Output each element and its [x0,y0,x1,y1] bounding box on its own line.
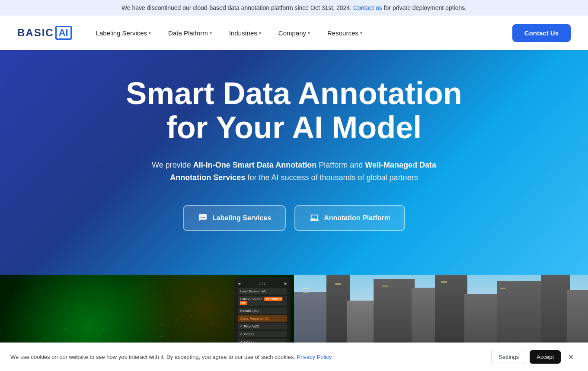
annotation-panel: ◀ 1 / 1 ▶ Load Source: Wi... Editing Sou… [234,278,291,350]
cookie-settings-button[interactable]: Settings [491,350,526,361]
logo[interactable]: BASIC AI [17,26,72,40]
labeling-services-button[interactable]: Labeling Services [183,205,286,231]
cookie-banner: We use cookies on our website to see how… [0,342,588,361]
nav-links: Labeling Services ▾ Data Platform ▾ Indu… [89,26,512,40]
svg-point-6 [82,336,83,337]
svg-point-5 [73,324,74,325]
announcement-text-before: We have discontinued our cloud-based dat… [121,4,352,11]
svg-point-13 [147,339,147,340]
logo-ai-box: AI [55,26,72,40]
chevron-down-icon: ▾ [210,31,212,35]
svg-point-22 [211,324,212,325]
panel-class-required: Class Required (1) [238,315,287,322]
panel-results: Results (50) [238,308,287,314]
announcement-bar: We have discontinued our cloud-based dat… [0,0,588,16]
nav-labeling-services[interactable]: Labeling Services ▾ [89,26,158,40]
hero-subtitle: We provide All-in-One Smart Data Annotat… [147,159,441,184]
nav-industries[interactable]: Industries ▾ [222,26,268,40]
panel-load-source: Load Source: Wi... [238,288,287,295]
privacy-policy-link[interactable]: Privacy Policy [297,354,332,360]
hero-title: Smart Data Annotation for Your AI Model [126,76,462,145]
svg-rect-23 [303,288,309,289]
svg-point-2 [44,338,45,339]
chevron-down-icon: ▾ [149,31,151,35]
chevron-down-icon: ▾ [360,31,362,35]
svg-rect-24 [303,292,309,293]
panel-car: ✓ Car(1) [238,331,287,337]
hero-section: Smart Data Annotation for Your AI Model … [0,50,588,275]
cookie-accept-button[interactable]: Accept [530,350,561,361]
panel-nav: ◀ 1 / 1 ▶ [238,282,287,285]
svg-rect-26 [382,285,388,287]
logo-text-basic: BASIC [17,27,54,39]
nav-data-platform[interactable]: Data Platform ▾ [161,26,219,40]
labeling-services-icon [198,213,208,223]
announcement-text-after: for private deployment options. [384,4,467,11]
svg-point-7 [88,339,89,340]
navbar: BASIC AI Labeling Services ▾ Data Platfo… [0,16,588,50]
nav-company[interactable]: Company ▾ [272,26,317,40]
logo-text-ai: AI [59,27,68,38]
svg-point-4 [64,329,65,330]
hero-buttons: Labeling Services Annotation Platform [183,205,405,231]
svg-rect-28 [500,288,506,289]
annotation-platform-icon [309,213,320,223]
annotation-platform-button[interactable]: Annotation Platform [294,205,405,231]
svg-point-8 [102,329,104,330]
svg-point-14 [161,336,163,337]
cookie-buttons: Settings Accept ✕ [491,350,578,361]
nav-resources[interactable]: Resources ▾ [320,26,369,40]
svg-point-18 [176,320,177,321]
cookie-close-button[interactable]: ✕ [564,351,578,361]
svg-point-3 [52,333,53,334]
chevron-down-icon: ▾ [259,31,261,35]
contact-us-button[interactable]: Contact Us [512,24,571,42]
svg-point-21 [161,324,163,325]
chevron-down-icon: ▾ [308,31,310,35]
svg-point-9 [117,333,118,334]
panel-bicycle: ✓ Bicycle(2) [238,323,287,330]
announcement-contact-link[interactable]: Contact us [353,4,382,11]
svg-rect-27 [441,281,447,283]
svg-point-19 [191,315,192,316]
svg-point-20 [205,311,206,311]
svg-rect-25 [335,283,341,285]
cookie-text: We use cookies on our website to see how… [10,354,484,360]
panel-editing-source: Editing Source: On Without Tab [238,296,287,306]
